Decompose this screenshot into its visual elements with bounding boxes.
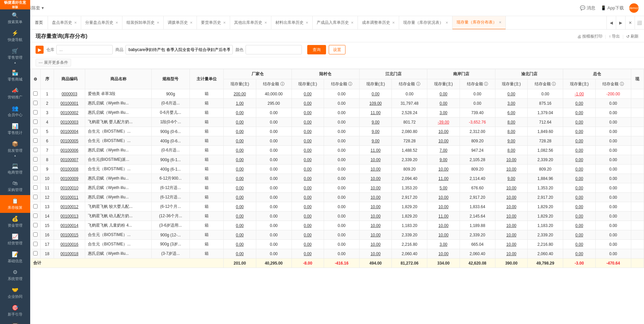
tab-close-icon[interactable]: ✕ bbox=[223, 21, 226, 25]
tab-close-icon[interactable]: ✕ bbox=[351, 21, 354, 25]
row-checkbox[interactable] bbox=[31, 249, 41, 259]
sidebar-item-企业协同[interactable]: 🤝企业协同 bbox=[0, 284, 30, 302]
row-na-qty[interactable]: 11.00 bbox=[427, 174, 460, 183]
row-lc-qty[interactable]: 0.00 bbox=[291, 174, 324, 183]
row-code[interactable]: 00100007 bbox=[54, 155, 85, 165]
row-zc-qty[interactable]: 0.00 bbox=[563, 212, 595, 221]
row-jb-qty[interactable]: 9.00 bbox=[360, 127, 392, 136]
row-jb-qty[interactable]: 10.00 bbox=[360, 174, 392, 183]
row-jb-qty[interactable]: 10.00 bbox=[360, 240, 392, 249]
message-button[interactable]: 💬 消息 bbox=[580, 5, 595, 11]
row-lc-qty[interactable]: 0.00 bbox=[291, 89, 324, 99]
row-ck-qty[interactable]: 0.00 bbox=[224, 118, 256, 127]
tab-close-icon[interactable]: ✕ bbox=[115, 21, 118, 25]
tab-home[interactable]: 首页 bbox=[30, 16, 48, 30]
sidebar-item-新手引导[interactable]: 🎯新手引导 bbox=[0, 302, 30, 320]
row-checkbox[interactable] bbox=[31, 155, 41, 165]
query-button[interactable]: 查询 bbox=[307, 45, 326, 54]
row-ck-qty[interactable]: 0.00 bbox=[224, 193, 256, 202]
row-checkbox[interactable] bbox=[31, 136, 41, 146]
row-na-qty[interactable]: 10.00 bbox=[427, 193, 460, 202]
sidebar-item-会员中心[interactable]: 👥会员中心 bbox=[0, 102, 30, 120]
row-jb-qty[interactable]: 10.00 bbox=[360, 193, 392, 202]
row-ck-qty[interactable]: 0.00 bbox=[224, 240, 256, 249]
row-jb-qty[interactable]: 10.00 bbox=[360, 249, 392, 259]
row-ck-qty[interactable]: 0.00 bbox=[224, 127, 256, 136]
tab-next-button[interactable]: ▶ bbox=[616, 16, 625, 30]
tab-盘点单历史[interactable]: 盘点单历史✕ bbox=[48, 16, 81, 30]
row-lc-qty[interactable]: 0.00 bbox=[291, 99, 324, 108]
export-button[interactable]: ↑ 导出 bbox=[609, 34, 620, 39]
row-code[interactable]: 00100018 bbox=[54, 249, 85, 259]
row-lc-qty[interactable]: 0.00 bbox=[291, 183, 324, 193]
row-ck-qty[interactable]: 0.00 bbox=[224, 212, 256, 221]
row-code[interactable]: 00100014 bbox=[54, 221, 85, 230]
row-code[interactable]: 00100008 bbox=[54, 165, 85, 174]
row-ck-qty[interactable]: 0.00 bbox=[224, 249, 256, 259]
row-checkbox[interactable] bbox=[31, 127, 41, 136]
expand-more-button[interactable]: ⋯ 展开更多条件 bbox=[36, 59, 71, 66]
row-jb-qty[interactable]: 10.00 bbox=[360, 212, 392, 221]
row-checkbox[interactable] bbox=[31, 212, 41, 221]
row-lc-qty[interactable]: 0.00 bbox=[291, 221, 324, 230]
refresh-button[interactable]: ↺ 刷新 bbox=[626, 34, 639, 39]
sidebar-item-库存核算[interactable]: 📋库存核算 bbox=[0, 195, 30, 213]
row-yb-qty[interactable]: 10.00 bbox=[495, 240, 527, 249]
sidebar-item-搜索英单[interactable]: 🔍搜索英单 bbox=[0, 9, 30, 27]
row-yb-qty[interactable]: 3.00 bbox=[495, 99, 527, 108]
row-jb-qty[interactable]: 11.00 bbox=[360, 108, 392, 118]
row-lc-qty[interactable]: 0.00 bbox=[291, 108, 324, 118]
row-lc-qty[interactable]: 0.00 bbox=[291, 146, 324, 155]
tab-close-icon[interactable]: ✕ bbox=[190, 21, 193, 25]
tab-close-icon[interactable]: ✕ bbox=[264, 21, 267, 25]
row-jb-qty[interactable]: 10.00 bbox=[360, 202, 392, 212]
row-checkbox[interactable] bbox=[31, 183, 41, 193]
tab-产成品入库单历史[interactable]: 产成品入库单历史✕ bbox=[313, 16, 358, 30]
tab-close-icon[interactable]: ✕ bbox=[157, 21, 159, 25]
row-checkbox[interactable] bbox=[31, 99, 41, 108]
row-checkbox[interactable] bbox=[31, 193, 41, 202]
row-ck-qty[interactable]: 0.00 bbox=[224, 155, 256, 165]
row-jb-qty[interactable]: 109.00 bbox=[360, 99, 392, 108]
app-download-button[interactable]: 📱 App下载 bbox=[601, 5, 624, 11]
row-code[interactable]: 00100001 bbox=[54, 99, 85, 108]
tab-现存量（库存状况表）[interactable]: 现存量（库存状况表）✕ bbox=[399, 16, 452, 30]
row-zc-qty[interactable]: 0.00 bbox=[563, 230, 595, 240]
row-yb-qty[interactable]: 10.00 bbox=[495, 165, 527, 174]
row-ck-qty[interactable]: 0.00 bbox=[224, 202, 256, 212]
row-zc-qty[interactable]: 0.00 bbox=[563, 174, 595, 183]
row-code[interactable]: 00100013 bbox=[54, 212, 85, 221]
tab-其他出库单历史[interactable]: 其他出库单历史✕ bbox=[230, 16, 271, 30]
row-zc-qty[interactable]: 0.00 bbox=[563, 118, 595, 127]
row-zc-qty[interactable]: 0.00 bbox=[563, 136, 595, 146]
row-zc-qty[interactable]: 0.00 bbox=[563, 146, 595, 155]
sidebar-item-采购管理[interactable]: 🛍采购管理 bbox=[0, 178, 30, 195]
row-jb-qty[interactable]: 11.00 bbox=[360, 146, 392, 155]
row-ck-qty[interactable]: 0.00 bbox=[224, 221, 256, 230]
row-jb-qty[interactable]: 0.00 bbox=[360, 89, 392, 99]
row-checkbox[interactable] bbox=[31, 174, 41, 183]
row-jb-qty[interactable]: 10.00 bbox=[360, 165, 392, 174]
row-yb-qty[interactable]: 10.00 bbox=[495, 249, 527, 259]
row-na-qty[interactable]: 10.00 bbox=[427, 127, 460, 136]
tab-要货单历史[interactable]: 要货单历史✕ bbox=[197, 16, 230, 30]
row-checkbox[interactable] bbox=[31, 221, 41, 230]
sidebar-item-基础信息[interactable]: 📝基础信息 bbox=[0, 248, 30, 266]
row-zc-qty[interactable]: 0.00 bbox=[563, 155, 595, 165]
row-checkbox[interactable] bbox=[31, 89, 41, 99]
tab-组装拆卸单历史[interactable]: 组装拆卸单历史✕ bbox=[122, 16, 164, 30]
row-na-qty[interactable]: 0.00 bbox=[427, 99, 460, 108]
row-checkbox[interactable] bbox=[31, 202, 41, 212]
row-checkbox[interactable] bbox=[31, 240, 41, 249]
tab-prev-button[interactable]: ◀ bbox=[606, 16, 616, 30]
row-jb-qty[interactable]: 10.00 bbox=[360, 230, 392, 240]
row-yb-qty[interactable]: 8.00 bbox=[495, 146, 527, 155]
row-code[interactable]: 00100002 bbox=[54, 108, 85, 118]
sidebar-item-零售商城[interactable]: 🏪零售商城 bbox=[0, 67, 30, 85]
sidebar-item-应用中心[interactable]: 🔲应用中心 bbox=[0, 320, 30, 324]
row-code[interactable]: 00100015 bbox=[54, 230, 85, 240]
sidebar-item-营销推广[interactable]: 📣营销推广 bbox=[0, 85, 30, 102]
row-na-qty[interactable]: 7.00 bbox=[427, 146, 460, 155]
row-na-qty[interactable]: 5.00 bbox=[427, 183, 460, 193]
row-lc-qty[interactable]: 0.00 bbox=[291, 127, 324, 136]
